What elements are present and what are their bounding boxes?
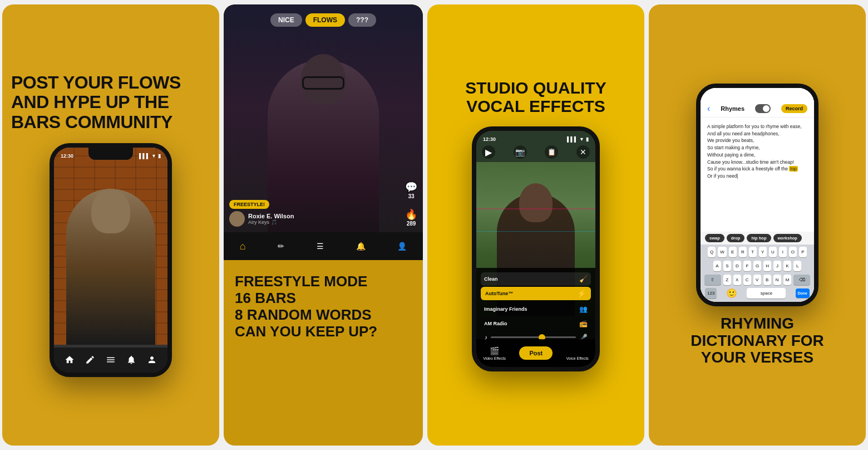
person-tab-icon[interactable]	[146, 354, 157, 365]
tag-drop[interactable]: drop	[727, 234, 745, 242]
close-btn[interactable]: ✕	[576, 145, 590, 159]
list-icon-2[interactable]: ☰	[317, 242, 324, 251]
phone-screen-1: 12:30 ▌▌▌ ▼ ▮ Featured New •••	[54, 148, 167, 373]
lyric-line-5: Without paying a dime,	[707, 151, 807, 159]
panel-studio: STUDIO QUALITY VOCAL EFFECTS 12:30 ▌▌▌ ▼…	[427, 4, 644, 446]
clean-icon: 🧹	[579, 275, 588, 283]
tag-workshop[interactable]: workshop	[773, 234, 802, 242]
freestyle-headline-3: 8 RANDOM WORDS	[235, 307, 377, 324]
user-details: Roxie E. Wilson Airy Keys 🎵	[248, 213, 294, 225]
post-button[interactable]: Post	[519, 346, 553, 360]
edit-icon-2[interactable]: ✏	[278, 242, 284, 251]
keyboard-row-2: A S D F G H J K L	[701, 258, 814, 272]
rhyming-headline-1: RHYMING	[691, 315, 824, 332]
comment-stat: 💬 33	[405, 181, 417, 199]
status-bar-3: 12:30 ▌▌▌ ▼ ▮	[476, 131, 595, 145]
lyric-line-2: And all you need are headphones,	[707, 130, 807, 138]
effect-amradio[interactable]: AM Radio 📻	[481, 317, 591, 330]
effect-clean[interactable]: Clean 🧹	[481, 272, 591, 286]
lyric-line-6: Cause you know...studio time ain't cheap…	[707, 159, 807, 166]
lyrics-content: A simple platform for you to rhyme with …	[701, 118, 814, 232]
amradio-label: AM Radio	[484, 321, 577, 326]
play-btn[interactable]: ▶	[482, 145, 495, 159]
panel-freestyle: NICE FLOWS ??? 💬 33 🔥 289 FREESTYLE!	[224, 4, 423, 446]
lyric-line-7: So if you wanna kick a freestyle off the…	[707, 165, 807, 173]
user-avatar	[229, 211, 245, 227]
toggle-switch[interactable]	[755, 104, 771, 113]
rhymes-title: Rhymes	[721, 105, 744, 112]
user-name: Roxie E. Wilson	[248, 213, 294, 219]
user-info: Roxie E. Wilson Airy Keys 🎵	[229, 211, 417, 227]
panel4-headline: RHYMING DICTIONARY FOR YOUR VERSES	[691, 315, 824, 366]
freestyle-headline-4: CAN YOU KEEP UP?	[235, 324, 377, 340]
amradio-icon: 📻	[579, 320, 588, 327]
phone-screen-3: 12:30 ▌▌▌ ▼ ▮ ▶ 📷 📋 ✕	[476, 131, 595, 367]
edit-tab-icon[interactable]	[85, 354, 96, 365]
bell-tab-icon[interactable]	[126, 354, 137, 365]
phone3-bottom-bar: 🎬 Video Effects Post 🎙 Voice Effects	[476, 339, 595, 367]
freestyle-headline-1: FREESTYLE MODE	[235, 273, 377, 290]
effect-imaginary[interactable]: Imaginary Friends 👥	[481, 302, 591, 316]
camera-switch-btn[interactable]: 📷	[514, 145, 527, 159]
freestyle-badge: FREESTYLE!	[229, 200, 269, 209]
panel-rhyming: ‹ Rhymes Record A simple platform for yo…	[649, 4, 866, 446]
phone3-topbar: ▶ 📷 📋 ✕	[476, 145, 595, 159]
lyrics-text: A simple platform for you to rhyme with …	[707, 123, 807, 180]
time-1: 12:30	[61, 153, 73, 159]
panel3-headline: STUDIO QUALITY VOCAL EFFECTS	[465, 79, 606, 115]
num-key[interactable]: 123	[705, 288, 717, 299]
copy-btn[interactable]: 📋	[545, 145, 558, 159]
lyric-line-3: We provide you beats,	[707, 137, 807, 144]
record-button[interactable]: Record	[781, 104, 807, 113]
status-icons-3: ▌▌▌ ▼ ▮	[567, 136, 589, 142]
keyboard-bottom-row: 123 🙂 space Done	[701, 286, 814, 302]
delete-key[interactable]: ⌫	[793, 275, 810, 285]
clean-label: Clean	[484, 276, 577, 282]
rhymes-toggle	[755, 104, 771, 113]
comment-icon: 💬	[405, 181, 417, 193]
freestyle-headline-2: 16 BARS	[235, 290, 377, 307]
status-bar-1: 12:30 ▌▌▌ ▼ ▮	[54, 148, 167, 162]
tab-nice[interactable]: NICE	[270, 13, 302, 27]
tag-swap[interactable]: swap	[705, 234, 724, 242]
keyboard-row-1: Q W E R T Y U I O P	[701, 244, 814, 258]
bell-icon-2[interactable]: 🔔	[356, 242, 366, 251]
shift-key[interactable]: ⇧	[704, 275, 721, 285]
person-head-3	[519, 183, 553, 222]
rhyming-headline-3: YOUR VERSES	[691, 349, 824, 366]
video-icon: 🎬	[490, 346, 499, 355]
list-tab-icon[interactable]	[105, 354, 116, 365]
phone-mockup-3: 12:30 ▌▌▌ ▼ ▮ ▶ 📷 📋 ✕	[472, 126, 600, 371]
phone-mockup-1: 12:30 ▌▌▌ ▼ ▮ Featured New •••	[50, 143, 172, 377]
panel1-headline: POST YOUR FLOWS AND HYPE UP THE BARS COM…	[11, 73, 181, 132]
tab-questions[interactable]: ???	[348, 13, 376, 27]
space-key[interactable]: space	[747, 288, 786, 299]
done-key[interactable]: Done	[796, 288, 810, 298]
keyboard: Q W E R T Y U I O P A S D F G H	[701, 244, 814, 302]
user-overlay: FREESTYLE! Roxie E. Wilson Airy Keys 🎵	[229, 198, 417, 227]
tag-hiphop[interactable]: hip hop	[747, 234, 771, 242]
keyboard-row-3: ⇧ Z X C V B N M ⌫	[701, 272, 814, 286]
slider-track[interactable]	[491, 336, 576, 338]
home-icon-2[interactable]: ⌂	[240, 241, 246, 252]
lyric-highlight: top	[789, 166, 798, 172]
phone-screen-4: ‹ Rhymes Record A simple platform for yo…	[701, 88, 814, 302]
home-tab-icon[interactable]	[64, 354, 75, 365]
emoji-key[interactable]: 🙂	[726, 288, 737, 299]
autotune-label: AutoTune™	[485, 291, 513, 296]
imaginary-icon: 👥	[579, 305, 588, 313]
bolt-icon: ⚡	[577, 289, 586, 298]
voice-effects-btn[interactable]: 🎙 Voice Effects	[566, 346, 589, 360]
voice-label: Voice Effects	[566, 356, 589, 360]
person-head-1	[91, 189, 130, 233]
rhyming-headline-2: DICTIONARY FOR	[691, 332, 824, 350]
phone-mockup-2-top: NICE FLOWS ??? 💬 33 🔥 289 FREESTYLE!	[224, 4, 423, 260]
person-icon-2[interactable]: 👤	[397, 242, 407, 251]
lyric-line-1: A simple platform for you to rhyme with …	[707, 123, 807, 130]
back-button[interactable]: ‹	[707, 104, 710, 114]
autotune-badge[interactable]: AutoTune™ ⚡	[481, 287, 591, 300]
tab-flows[interactable]: FLOWS	[305, 13, 345, 27]
video-effects-btn[interactable]: 🎬 Video Effects	[483, 346, 506, 360]
video-label: Video Effects	[483, 356, 506, 360]
time-3: 12:30	[483, 136, 496, 142]
